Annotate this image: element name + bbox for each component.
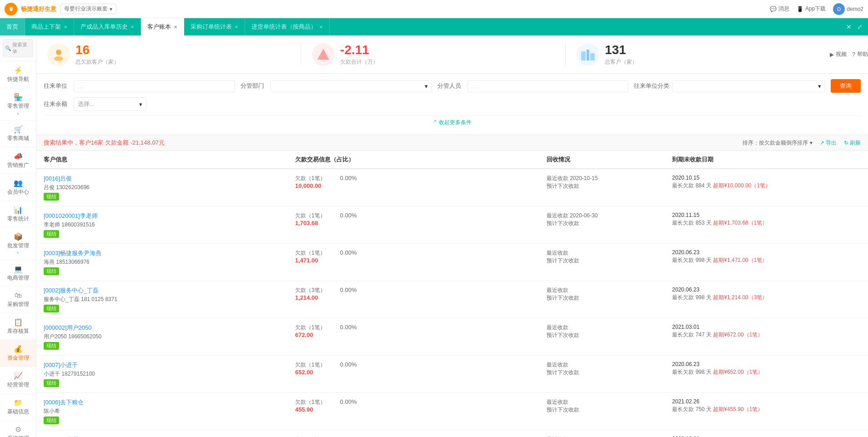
debt-amount-4: 672.00 [295,332,326,338]
tab-customer[interactable]: 客户账本 ✕ [141,18,184,35]
message-button[interactable]: 💬 消息 [770,5,789,13]
tab-home[interactable]: 首页 [0,18,25,35]
svg-rect-3 [581,51,586,60]
refresh-icon: ↻ [844,140,848,146]
customer-contact-0: 吕俊 13026203696 [44,184,295,191]
search-icon: 🔍 [5,45,11,51]
member-label: 会员中心 [7,188,29,196]
sidebar-item-finance[interactable]: 💰 资金管理 [0,340,36,367]
tab-production-close[interactable]: ✕ [130,25,134,30]
tab-production[interactable]: 产成品入库单历史 ✕ [74,18,141,35]
tab-stock[interactable]: 进货单统计表（按商品） ✕ [245,18,330,35]
debt-amount-2: 1,471.00 [295,257,326,264]
tab-product[interactable]: 商品上下架 ✕ [25,18,74,35]
filter-dept-select[interactable]: ▾ [271,80,432,92]
app-download-button[interactable]: 📱 App下载 [797,5,826,13]
debt-pct-1: 0.00% [340,212,357,219]
video-button[interactable]: ▶ 视频 [830,50,847,58]
filter-unit-class-select[interactable]: ▾ [672,80,825,92]
filter-person-input[interactable]: ... [467,80,629,92]
sort-selector[interactable]: 排序：按欠款金额倒序排序 ▾ [743,139,813,147]
overdue-text-5[interactable]: 超期¥652.00（1笔） [713,369,763,375]
debt-cell-3: 欠款（3笔） 1,214.00 0.00% [295,286,547,312]
sidebar-item-retail-shop[interactable]: 🛒 零售商城 [0,121,36,147]
sidebar-item-member[interactable]: 👥 会员中心 [0,174,36,201]
customer-name-link-6[interactable]: [0006]去下粮仓 [44,399,84,406]
debt-label-4: 欠款（1笔） [295,324,326,332]
quick-nav-label: 快捷导航 [7,75,29,83]
tab-purchase-close[interactable]: ✕ [235,25,238,30]
logo-icon: ♛ [5,3,17,15]
operations-icon: 📈 [14,372,23,380]
retail-shop-icon: 🛒 [14,125,23,134]
tab-product-close[interactable]: ✕ [64,25,67,30]
sidebar-item-system[interactable]: ⚙ 系统管理 [0,421,36,437]
customer-contact-3: 服务中心_丁磊 181 0125 8371 [44,296,295,303]
col-due-date: 到期未收款日期 [672,156,861,164]
recovery-cell-6: 最近收款 预计下次收款 [547,398,672,424]
collapse-bar[interactable]: ⌃ 收起更多条件 [44,116,861,129]
debt-amount-6: 455.90 [295,406,326,413]
filter-balance-select[interactable]: 选择... ▾ [74,97,146,111]
svg-point-0 [56,50,61,55]
tab-expand-icon[interactable]: ⤢ [855,22,864,31]
customer-tag-4: 现结 [44,342,59,350]
tab-collapse-icon[interactable]: ✕ [844,22,853,31]
customer-name-link-5[interactable]: [0007]小进干 [44,362,78,368]
debt-pct-3: 0.00% [340,286,357,293]
sidebar-item-operations[interactable]: 📈 经营管理 [0,367,36,394]
sidebar-item-inventory[interactable]: 📋 库存核算 [0,313,36,340]
customer-name-link-0[interactable]: [0016]吕俊 [44,175,72,182]
tab-purchase[interactable]: 采购订单统计表 ✕ [184,18,245,35]
sidebar-item-ecommerce[interactable]: 💻 电商管理 [0,260,36,287]
overdue-text-0[interactable]: 超期¥10,000.00（1笔） [713,182,771,189]
customer-name-link-2[interactable]: [0003]畅捷服务尹海燕 [44,250,101,256]
stat-item1-info: 16 总欠款客户（家） [75,43,119,66]
export-icon: ↗ [820,140,824,146]
debt-label-6: 欠款（1笔） [295,398,326,406]
tab-production-label: 产成品入库单历史 [80,23,128,31]
search-menu-button[interactable]: 🔍 搜索菜单 [3,39,33,57]
overdue-text-4[interactable]: 超期¥672.00（1笔） [713,332,763,338]
sort-label: 排序：按欠款金额倒序排序 [743,139,808,147]
debt-label-2: 欠款（1笔） [295,249,326,257]
stat-debt-amount-label: 欠款合计（万） [340,58,378,66]
stat-item2-info: -2.11 欠款合计（万） [340,43,378,66]
debt-label-0: 欠款（1笔） [295,175,326,182]
customer-name-link-3[interactable]: [0002]服务中心_丁磊 [44,287,99,294]
logo-area: ♛ 畅捷通好生意 母婴行业演示账套 ▾ [5,3,116,15]
query-button[interactable]: 查询 [831,79,861,93]
sidebar-item-batch-mgmt[interactable]: 📦 批发管理 ▼ [0,228,36,260]
overdue-text-2[interactable]: 超期¥1,471.00（1笔） [713,257,768,263]
marketing-icon: 📣 [14,152,23,161]
avatar: D [833,3,845,15]
export-button[interactable]: ↗ 导出 [820,139,837,147]
customer-cell-5: [0007]小进干 小进干 18279152100 现结 [44,361,295,387]
overdue-text-6[interactable]: 超期¥455.90（1笔） [713,406,763,412]
sidebar-item-basic-info[interactable]: 📁 基础信息 [0,394,36,421]
sidebar-item-retail-stats[interactable]: 📊 零售统计 [0,201,36,228]
sidebar-item-marketing[interactable]: 📣 营销推广 [0,147,36,174]
refresh-button[interactable]: ↻ 刷新 [844,139,861,147]
stat-right-actions: ▶ 视频 ? 帮助 [830,50,868,58]
sidebar-item-purchase[interactable]: 🛍 采购管理 [0,287,36,313]
store-selector[interactable]: 母婴行业演示账套 ▾ [60,4,116,14]
debt-cell-5: 欠款（1笔） 652.00 0.00% [295,361,547,387]
user-profile[interactable]: D demo2 [833,3,863,15]
tab-customer-close[interactable]: ✕ [174,25,177,30]
stat-total-label: 总客户（家） [605,58,637,66]
overdue-days-4: 最长欠款 747 天 超期¥672.00（1笔） [672,331,861,339]
debt-amount-3: 1,214.00 [295,294,326,301]
sidebar-item-retail-mgmt[interactable]: 🏪 零售管理 ▲ [0,88,36,121]
help-button[interactable]: ? 帮助 [852,50,868,58]
batch-mgmt-arrow: ▼ [16,251,20,255]
due-date-1: 2020.11.15 [672,212,861,218]
overdue-text-1[interactable]: 超期¥1,703.68（1笔） [713,220,768,226]
tab-stock-close[interactable]: ✕ [319,25,323,30]
tab-customer-label: 客户账本 [147,23,171,31]
overdue-text-3[interactable]: 超期¥1,214.00（3笔） [713,294,768,301]
filter-source-unit-input[interactable]: ... [74,80,235,92]
sidebar-item-quick-nav[interactable]: ⚡ 快捷导航 [0,61,36,88]
customer-name-link-4[interactable]: [000002]用户2050 [44,324,92,331]
customer-name-link-1[interactable]: [0001020001]李老师 [44,212,98,219]
